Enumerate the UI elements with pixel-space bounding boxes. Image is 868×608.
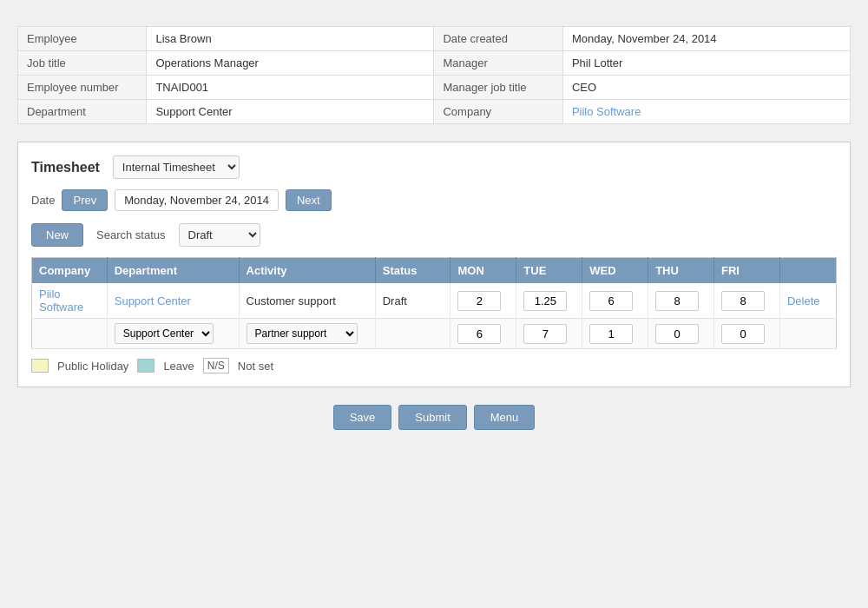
ts-dept-1[interactable]: Support CenterOperationsIT — [107, 319, 239, 349]
bottom-buttons: Save Submit Menu — [17, 405, 851, 430]
ts-dept-0: Support Center — [107, 283, 239, 319]
ts-thu-0[interactable] — [648, 283, 714, 319]
prev-button[interactable]: Prev — [62, 189, 108, 211]
wed-input-0[interactable] — [589, 291, 633, 311]
ns-indicator: N/S — [203, 358, 229, 373]
info-label-left-3: Department — [18, 100, 147, 124]
date-nav: Date Prev Monday, November 24, 2014 Next — [31, 189, 837, 211]
ts-fri-1[interactable] — [714, 319, 780, 349]
new-button[interactable]: New — [31, 223, 83, 247]
ts-activity-select-1[interactable]: Partner supportCustomer supportInternal — [247, 323, 358, 344]
ts-tue-0[interactable] — [516, 283, 582, 319]
ts-col-header-0: Company — [32, 258, 108, 284]
wed-input-1[interactable] — [589, 324, 633, 344]
ts-col-header-9 — [779, 258, 836, 284]
ts-col-header-1: Department — [107, 258, 239, 284]
status-select[interactable]: AllDraftConfirmedDone — [179, 223, 260, 247]
info-label-right-2: Manager job title — [434, 76, 562, 100]
not-set-label: Not set — [238, 360, 273, 373]
ts-fri-0[interactable] — [714, 283, 780, 319]
tue-input-0[interactable] — [523, 291, 567, 311]
ts-thu-1[interactable] — [648, 319, 714, 349]
info-value-right-3: Piilo Software — [562, 100, 850, 124]
ts-col-header-5: TUE — [516, 258, 582, 284]
thu-input-0[interactable] — [655, 291, 699, 311]
timesheet-section: Timesheet Internal TimesheetExternal Tim… — [17, 142, 851, 387]
info-value-left-0: Lisa Brown — [147, 27, 434, 51]
ts-mon-0[interactable] — [450, 283, 516, 319]
ts-action-0[interactable]: Delete — [779, 283, 836, 319]
fri-input-0[interactable] — [721, 291, 765, 311]
mon-input-0[interactable] — [457, 291, 501, 311]
ts-mon-1[interactable] — [450, 319, 516, 349]
employee-info-row: EmployeeLisa BrownDate createdMonday, No… — [18, 27, 851, 51]
toolbar-row: New Search status AllDraftConfirmedDone — [31, 223, 837, 247]
info-value-left-1: Operations Manager — [147, 51, 434, 76]
ts-col-header-6: WED — [582, 258, 648, 284]
info-label-left-1: Job title — [18, 51, 147, 76]
ts-col-header-8: FRI — [714, 258, 780, 284]
info-value-right-2: CEO — [562, 76, 850, 100]
timesheet-grid: CompanyDepartmentActivityStatusMONTUEWED… — [31, 257, 837, 349]
info-value-left-2: TNAID001 — [147, 76, 434, 100]
menu-button[interactable]: Menu — [474, 405, 536, 430]
ts-company-0: Piilo Software — [32, 283, 108, 319]
leave-label: Leave — [163, 360, 194, 373]
info-value-right-1: Phil Lotter — [562, 51, 850, 76]
fri-input-1[interactable] — [721, 324, 765, 344]
info-label-left-0: Employee — [18, 27, 147, 51]
info-label-right-1: Manager — [434, 51, 562, 76]
ts-wed-0[interactable] — [582, 283, 648, 319]
table-row: Piilo SoftwareSupport CenterCustomer sup… — [32, 283, 837, 319]
info-label-right-3: Company — [434, 100, 562, 124]
ts-activity-0: Customer support — [239, 283, 375, 319]
timesheet-type-select[interactable]: Internal TimesheetExternal Timesheet — [113, 155, 240, 179]
save-button[interactable]: Save — [333, 405, 392, 430]
next-button[interactable]: Next — [286, 189, 332, 211]
date-display: Monday, November 24, 2014 — [115, 189, 279, 211]
ts-company-1 — [32, 319, 108, 349]
public-holiday-label: Public Holiday — [57, 360, 128, 373]
public-holiday-indicator — [31, 359, 49, 373]
ts-wed-1[interactable] — [582, 319, 648, 349]
thu-input-1[interactable] — [655, 324, 699, 344]
employee-info-row: Employee numberTNAID001Manager job title… — [18, 76, 851, 100]
employee-info-row: Job titleOperations ManagerManagerPhil L… — [18, 51, 851, 76]
ts-dept-select-1[interactable]: Support CenterOperationsIT — [115, 323, 214, 344]
ts-col-header-2: Activity — [239, 258, 375, 284]
info-label-right-0: Date created — [434, 27, 562, 51]
ts-col-header-7: THU — [648, 258, 714, 284]
info-value-left-3: Support Center — [147, 100, 434, 124]
delete-link-0[interactable]: Delete — [787, 294, 820, 307]
date-label: Date — [31, 194, 55, 207]
ts-activity-1[interactable]: Partner supportCustomer supportInternal — [239, 319, 375, 349]
legend-row: Public Holiday Leave N/S Not set — [31, 358, 837, 373]
table-row: Support CenterOperationsITPartner suppor… — [32, 319, 837, 349]
mon-input-1[interactable] — [457, 324, 501, 344]
ts-tue-1[interactable] — [516, 319, 582, 349]
info-label-left-2: Employee number — [18, 76, 147, 100]
ts-status-1 — [375, 319, 450, 349]
timesheet-title: Timesheet — [31, 160, 100, 175]
employee-info-table: EmployeeLisa BrownDate createdMonday, No… — [17, 26, 851, 124]
submit-button[interactable]: Submit — [398, 405, 466, 430]
employee-info-row: DepartmentSupport CenterCompanyPiilo Sof… — [18, 100, 851, 124]
search-status-label: Search status — [96, 228, 166, 241]
leave-indicator — [137, 359, 155, 373]
ts-col-header-3: Status — [375, 258, 450, 284]
ts-col-header-4: MON — [450, 258, 516, 284]
info-value-right-0: Monday, November 24, 2014 — [562, 27, 850, 51]
ts-action-1 — [779, 319, 836, 349]
timesheet-header: Timesheet Internal TimesheetExternal Tim… — [31, 155, 837, 179]
ts-status-0: Draft — [375, 283, 450, 319]
tue-input-1[interactable] — [523, 324, 567, 344]
